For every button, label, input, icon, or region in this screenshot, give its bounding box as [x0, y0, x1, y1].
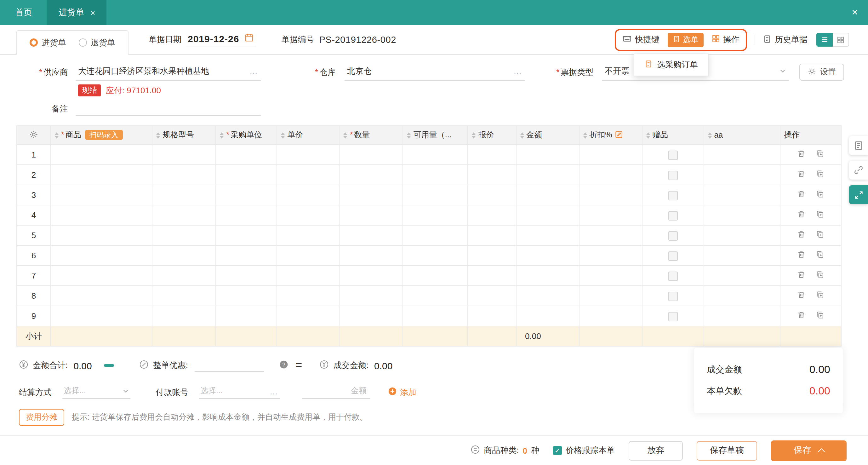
column-header-操作[interactable]: 操作	[780, 126, 841, 145]
window-close-icon[interactable]: ×	[841, 0, 868, 25]
select-order-button[interactable]: 选单	[668, 32, 704, 47]
cell-unit-price[interactable]	[277, 205, 340, 225]
gift-checkbox[interactable]	[668, 191, 678, 200]
cell-aa[interactable]	[704, 245, 780, 266]
history-orders-button[interactable]: 历史单据	[763, 34, 808, 45]
cell-product[interactable]	[51, 245, 152, 266]
cell-purchase-unit[interactable]	[216, 286, 277, 306]
date-picker[interactable]: 2019-12-26	[186, 32, 256, 47]
radio-purchase-order[interactable]: 进货单	[30, 37, 66, 48]
warehouse-field[interactable]: 北京仓 …	[345, 64, 525, 80]
cell-product[interactable]	[51, 165, 152, 185]
cell-quote[interactable]	[468, 185, 516, 205]
cell-purchase-unit[interactable]	[216, 266, 277, 286]
settle-method-select[interactable]: 选择...	[62, 385, 130, 399]
discount-edit-icon[interactable]	[615, 130, 623, 140]
cell-quote[interactable]	[468, 205, 516, 225]
gift-checkbox[interactable]	[668, 292, 678, 301]
cell-product[interactable]	[51, 306, 152, 326]
delete-row-icon[interactable]	[797, 311, 805, 322]
cell-discount[interactable]	[579, 306, 642, 326]
cell-purchase-unit[interactable]	[216, 225, 277, 245]
order-discount-input[interactable]	[195, 359, 264, 372]
cell-aa[interactable]	[704, 306, 780, 326]
cell-product[interactable]	[51, 225, 152, 245]
cell-purchase-unit[interactable]	[216, 165, 277, 185]
link-icon[interactable]	[849, 161, 868, 180]
chevron-down-icon[interactable]	[779, 65, 786, 76]
cell-unit-price[interactable]	[277, 185, 340, 205]
cell-quote[interactable]	[468, 306, 516, 326]
cell-quote[interactable]	[468, 286, 516, 306]
delete-row-icon[interactable]	[797, 290, 805, 302]
gift-checkbox[interactable]	[668, 171, 678, 180]
cancel-button[interactable]: 放弃	[629, 441, 683, 460]
sort-icon[interactable]	[220, 132, 224, 138]
cell-unit-price[interactable]	[277, 286, 340, 306]
cell-quantity[interactable]	[340, 225, 403, 245]
price-track-checkbox[interactable]	[553, 446, 562, 455]
column-header-可用量（...[interactable]: 可用量（...	[403, 126, 468, 145]
cell-aa[interactable]	[704, 286, 780, 306]
cell-quantity[interactable]	[340, 205, 403, 225]
delete-row-icon[interactable]	[797, 149, 805, 161]
expand-icon[interactable]	[849, 185, 868, 204]
copy-row-icon[interactable]	[816, 210, 825, 221]
delete-row-icon[interactable]	[797, 210, 805, 221]
cell-quantity[interactable]	[340, 306, 403, 326]
cell-amount[interactable]	[516, 245, 579, 266]
cell-quantity[interactable]	[340, 286, 403, 306]
calendar-icon[interactable]	[244, 32, 253, 44]
column-header-折扣%[interactable]: 折扣%	[579, 126, 642, 145]
form-panel-icon[interactable]	[849, 136, 868, 155]
cell-unit-price[interactable]	[277, 165, 340, 185]
cell-spec[interactable]	[152, 306, 216, 326]
gift-checkbox[interactable]	[668, 231, 678, 241]
table-settings-gear-icon[interactable]	[17, 126, 51, 145]
column-header-采购单位[interactable]: *采购单位	[216, 126, 277, 145]
cell-unit-price[interactable]	[277, 145, 340, 165]
cell-product[interactable]	[51, 185, 152, 205]
sort-icon[interactable]	[646, 132, 650, 138]
cell-aa[interactable]	[704, 165, 780, 185]
cell-aa[interactable]	[704, 205, 780, 225]
grid-view-toggle[interactable]	[833, 33, 849, 46]
cell-discount[interactable]	[579, 286, 642, 306]
cell-purchase-unit[interactable]	[216, 245, 277, 266]
cell-spec[interactable]	[152, 165, 216, 185]
column-header-规格型号[interactable]: 规格型号	[152, 126, 216, 145]
cell-discount[interactable]	[579, 266, 642, 286]
column-header-赠品[interactable]: 赠品	[642, 126, 704, 145]
tab-close-icon[interactable]: ×	[90, 8, 95, 17]
gift-checkbox[interactable]	[668, 211, 678, 220]
cell-quantity[interactable]	[340, 145, 403, 165]
collapse-minus-badge[interactable]	[104, 364, 114, 367]
sort-icon[interactable]	[55, 132, 59, 138]
remark-input[interactable]	[75, 102, 261, 116]
scan-entry-button[interactable]: 扫码录入	[85, 130, 123, 140]
select-purchase-order-menu-item[interactable]: 选采购订单	[634, 53, 709, 76]
list-view-toggle[interactable]	[816, 33, 833, 46]
cell-aa[interactable]	[704, 145, 780, 165]
cell-amount[interactable]	[516, 306, 579, 326]
fee-split-button[interactable]: 费用分摊	[19, 409, 64, 426]
cell-unit-price[interactable]	[277, 306, 340, 326]
cell-spec[interactable]	[152, 245, 216, 266]
cell-quantity[interactable]	[340, 185, 403, 205]
cell-discount[interactable]	[579, 205, 642, 225]
copy-row-icon[interactable]	[816, 230, 825, 241]
delete-row-icon[interactable]	[797, 230, 805, 241]
column-header-报价[interactable]: 报价	[468, 126, 516, 145]
cell-spec[interactable]	[152, 205, 216, 225]
sort-icon[interactable]	[156, 132, 160, 138]
cell-quantity[interactable]	[340, 266, 403, 286]
cell-spec[interactable]	[152, 225, 216, 245]
sort-icon[interactable]	[520, 132, 524, 138]
cell-amount[interactable]	[516, 286, 579, 306]
tab-home[interactable]: 首页	[0, 0, 47, 25]
cell-quantity[interactable]	[340, 165, 403, 185]
cell-quote[interactable]	[468, 266, 516, 286]
column-header-单价[interactable]: 单价	[277, 126, 340, 145]
cell-discount[interactable]	[579, 165, 642, 185]
cell-discount[interactable]	[579, 225, 642, 245]
